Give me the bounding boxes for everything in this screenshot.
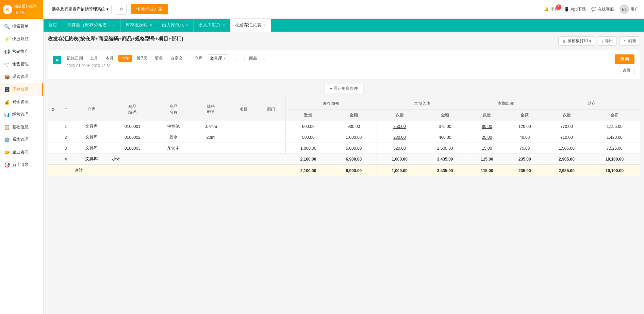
download-icon: 📱 xyxy=(564,7,569,12)
row-goods-spec: 20ml xyxy=(192,132,230,143)
row-outbound-amount: 40.00 xyxy=(506,132,544,143)
sidebar-item-quick-nav[interactable]: ⚡ 快捷导航 xyxy=(0,33,43,45)
row-goods-name: 采访本 xyxy=(155,143,192,154)
row-outbound-qty[interactable]: 20.00 xyxy=(468,132,506,143)
main-table: ⚙ # 仓库 商品编码 商品名称 规格型号 项目 部门 库存期初 本期入库 本期… xyxy=(48,98,640,176)
warehouse-more-btn[interactable]: ... xyxy=(234,56,238,61)
row-index: 2 xyxy=(59,132,73,143)
sidebar-label-basic: 基础信息 xyxy=(12,124,29,130)
print-button[interactable]: 🖨 按模板打印 ▾ xyxy=(558,36,595,46)
sidebar-item-basic[interactable]: 📋 基础信息 xyxy=(0,121,43,133)
row-outbound-qty[interactable]: 80.00 xyxy=(468,121,506,132)
col-goods-name: 商品名称 xyxy=(155,98,192,121)
filter-collapse-button[interactable]: ▶ xyxy=(53,56,61,64)
trial-button[interactable]: 体验行业方案 xyxy=(131,4,168,14)
total-opening-amount: 6,900.00 xyxy=(331,165,377,176)
total-inbound-amount: 3,435.00 xyxy=(422,165,468,176)
sidebar-item-marketing[interactable]: 📢 营销推广 xyxy=(0,45,43,58)
sidebar-item-newbie[interactable]: 🎯 新手引导 xyxy=(0,159,43,171)
date-last-month[interactable]: 上月 xyxy=(87,55,101,62)
col-project: 项目 xyxy=(230,98,258,121)
subtotal-inbound-qty[interactable]: 1,000.00 xyxy=(377,154,422,165)
row-closing-qty: 710.00 xyxy=(544,132,589,143)
row-inbound-qty[interactable]: 250.00 xyxy=(377,121,422,132)
online-service[interactable]: 💬 在线客服 xyxy=(591,6,614,12)
sidebar-logo: 6 畅捷通好生意 标准版 xyxy=(0,0,43,19)
goods-more-btn[interactable]: ... xyxy=(263,56,267,61)
col-department: 部门 xyxy=(257,98,285,121)
tab-close-inout_flow[interactable]: × xyxy=(186,23,188,28)
date-range-display: 2023-01-01 至 2023-12-31 xyxy=(67,63,609,68)
user-initial: Ea xyxy=(622,7,626,11)
tab-close-receive_summary[interactable]: × xyxy=(263,23,266,28)
tab-batch[interactable]: 库存批次账× xyxy=(121,19,157,32)
system-selector[interactable]: 装备及固定资产辅助管理系统 ▾ xyxy=(49,5,112,14)
row-outbound-qty[interactable]: 15.00 xyxy=(468,143,506,154)
print-icon: 🖨 xyxy=(562,39,566,44)
sidebar-item-operation[interactable]: 📊 经营管理 xyxy=(0,108,43,121)
row-inbound-qty[interactable]: 230.00 xyxy=(377,132,422,143)
settings-button[interactable]: ⚙ xyxy=(116,4,127,15)
purchase-icon: 📦 xyxy=(4,74,10,80)
refresh-button[interactable]: ↻ 刷新 xyxy=(620,36,640,46)
sidebar-item-inventory[interactable]: 🗄️ 库存核算 xyxy=(0,83,43,96)
sidebar-item-purchase[interactable]: 📦 采购管理 xyxy=(0,70,43,83)
row-inbound-amount: 2,600.00 xyxy=(422,143,468,154)
sidebar-label-newbie: 新手引导 xyxy=(12,162,29,168)
tab-inout_flow[interactable]: 出入库流水× xyxy=(157,19,194,32)
dropdown-icon: ▾ xyxy=(106,7,109,12)
tab-close-inout_summary[interactable]: × xyxy=(222,23,225,28)
row-inbound-qty[interactable]: 520.00 xyxy=(377,143,422,154)
date-this-year[interactable]: 本年 xyxy=(118,55,132,62)
filter-settings-button[interactable]: 设置 xyxy=(619,66,634,75)
tab-close-batch[interactable]: × xyxy=(150,23,152,28)
sidebar-item-enterprise[interactable]: 🤝 企业协同 xyxy=(0,146,43,159)
sidebar-item-sales[interactable]: 🛒 销售管理 xyxy=(0,58,43,70)
filter-actions: 查询 设置 xyxy=(615,54,634,75)
app-download[interactable]: 📱 App下载 xyxy=(564,6,586,12)
header-right: 🔔 消息 6 📱 App下载 💬 在线客服 Ea 用户 xyxy=(544,4,639,14)
search-button[interactable]: 查询 xyxy=(615,54,634,64)
filter-sep2: | xyxy=(244,56,245,61)
total-spacer xyxy=(48,165,73,176)
sidebar-item-finance[interactable]: 💰 资金管理 xyxy=(0,96,43,108)
search-icon: 🔍 xyxy=(4,24,10,29)
page-header-actions: 🖨 按模板打印 ▾ ↓ 导出 ↻ 刷新 xyxy=(558,36,640,46)
expand-more-button[interactable]: ▾ 展开更多条件 xyxy=(324,84,364,93)
date-more[interactable]: 更多 xyxy=(152,55,166,62)
export-icon: ↓ xyxy=(601,39,604,44)
expand-more-row: ▾ 展开更多条件 xyxy=(48,82,640,95)
warehouse-close-icon[interactable]: × xyxy=(224,56,226,61)
user-label: 用户 xyxy=(630,6,639,12)
row-settings xyxy=(48,121,59,132)
logo-text-block: 畅捷通好生意 标准版 xyxy=(14,4,37,15)
notifications[interactable]: 🔔 消息 6 xyxy=(544,6,559,12)
sidebar-item-system[interactable]: ⚙️ 系统管理 xyxy=(0,133,43,146)
subtotal-outbound-qty[interactable]: 115.00 xyxy=(468,154,506,165)
col-closing-qty: 数量 xyxy=(544,110,589,121)
date-7days[interactable]: 近7天 xyxy=(134,55,150,62)
tab-home[interactable]: 首页 xyxy=(44,19,62,32)
sidebar-item-search[interactable]: 🔍 搜索菜单 xyxy=(0,20,43,33)
sidebar-label-search: 搜索菜单 xyxy=(12,23,29,29)
tab-inventory[interactable]: 现存量（库存分布表）× xyxy=(62,19,121,32)
row-outbound-amount: 120.00 xyxy=(506,121,544,132)
sidebar-label-sales: 销售管理 xyxy=(12,61,29,67)
expand-icon: ▾ xyxy=(330,86,332,91)
date-custom[interactable]: 自定义 xyxy=(168,55,185,62)
col-closing-amount: 金额 xyxy=(589,110,640,121)
col-settings: ⚙ xyxy=(48,98,59,121)
row-goods-spec xyxy=(192,143,230,154)
tab-close-inventory[interactable]: × xyxy=(113,23,116,28)
finance-icon: 💰 xyxy=(4,99,10,105)
logo-icon: 6 xyxy=(3,5,12,14)
user-menu[interactable]: Ea 用户 xyxy=(620,4,639,14)
tab-inout_summary[interactable]: 出入库汇总× xyxy=(194,19,230,32)
export-button[interactable]: ↓ 导出 xyxy=(598,36,617,46)
sidebar-label-finance: 资金管理 xyxy=(12,99,29,105)
total-label: 合计 xyxy=(73,165,285,176)
tab-receive_summary[interactable]: 收发存汇总表× xyxy=(230,19,271,32)
total-opening-qty: 2,100.00 xyxy=(285,165,331,176)
date-this-month[interactable]: 本月 xyxy=(103,55,116,62)
header-left: 装备及固定资产辅助管理系统 ▾ ⚙ 体验行业方案 xyxy=(49,4,168,15)
